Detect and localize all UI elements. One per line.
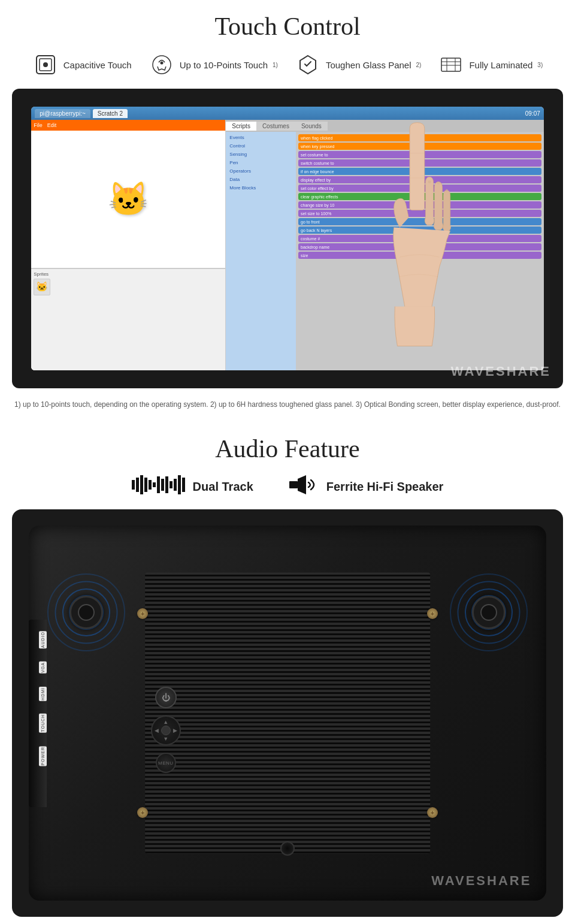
speaker-image: ⏻ ▲ ▼ ◀ ▶ MENU AUDIO VGA HDMI <box>12 509 563 917</box>
scratch-screen: pi@raspberrypi:~ Scratch 2 09:07 File Ed… <box>31 107 544 370</box>
taskbar-right: 09:07 <box>525 110 540 117</box>
port-audio: AUDIO <box>39 631 47 648</box>
speaker-cone-left <box>69 596 103 629</box>
speaker-left <box>44 570 128 654</box>
svg-rect-19 <box>149 480 152 490</box>
svg-point-13 <box>437 182 440 185</box>
taskbar-time: 09:07 <box>525 110 540 117</box>
touch-footnote: 1) up to 10-points touch, depending on t… <box>12 395 563 422</box>
touch-image: pi@raspberrypi:~ Scratch 2 09:07 File Ed… <box>12 89 563 388</box>
scratch-menubar: File Edit <box>31 120 225 131</box>
svg-rect-26 <box>178 475 181 494</box>
speaker-cone-right <box>472 596 506 629</box>
audio-watermark: WAVESHARE <box>431 873 531 889</box>
touch-control-section: Touch Control Capacitive Touch <box>0 0 575 428</box>
capacitive-icon <box>32 52 59 78</box>
port-power: POWER <box>39 746 47 766</box>
bolt-top-right <box>427 608 438 619</box>
laminated-superscript: 3) <box>537 62 543 68</box>
svg-rect-17 <box>140 475 143 494</box>
taskbar-tab-2: Scratch 2 <box>93 109 128 118</box>
power-button[interactable]: ⏻ <box>155 687 177 708</box>
hifi-speaker-label: Ferrite Hi-Fi Speaker <box>326 480 444 494</box>
svg-point-4 <box>160 62 163 65</box>
svg-point-14 <box>446 189 448 192</box>
scratch-left: File Edit 🐱 Sprites 🐱 <box>31 120 226 370</box>
dual-track-label: Dual Track <box>193 480 253 494</box>
svg-rect-18 <box>144 478 147 492</box>
feature-glass: Toughen Glass Panel 2) <box>295 52 422 78</box>
port-vga: VGA <box>39 662 47 674</box>
dpad[interactable]: ▲ ▼ ◀ ▶ <box>151 715 181 745</box>
feature-multitouch: Up to 10-Points Touch 1) <box>149 52 278 78</box>
feature-capacitive: Capacitive Touch <box>32 52 132 78</box>
dual-track-icon <box>132 474 186 500</box>
audio-section: Audio Feature <box>0 428 575 923</box>
svg-point-3 <box>153 56 171 74</box>
glass-superscript: 2) <box>416 62 422 68</box>
audio-features-row: Dual Track Ferrite Hi-Fi Speaker <box>12 474 563 500</box>
scratch-taskbar: pi@raspberrypi:~ Scratch 2 09:07 <box>31 107 544 120</box>
touch-title: Touch Control <box>12 12 563 41</box>
feature-dual-track: Dual Track <box>132 474 253 500</box>
multitouch-icon <box>149 52 175 78</box>
feature-laminated: Fully Laminated 3) <box>438 52 543 78</box>
scratch-sprites: Sprites 🐱 <box>31 268 225 370</box>
touch-features-row: Capacitive Touch Up to 10-Points Touch 1… <box>12 52 563 78</box>
power-icon: ⏻ <box>162 693 170 702</box>
audio-title: Audio Feature <box>12 434 563 463</box>
svg-rect-16 <box>136 478 139 492</box>
svg-point-2 <box>43 62 48 67</box>
screw-hole-bottom <box>280 841 295 856</box>
menu-button[interactable]: MENU <box>156 753 176 773</box>
taskbar-tab-1: pi@raspberrypi:~ <box>35 109 90 118</box>
multitouch-label: Up to 10-Points Touch <box>180 60 268 70</box>
laminated-icon <box>438 52 464 78</box>
hand-overlay <box>274 119 544 356</box>
svg-rect-25 <box>174 479 177 491</box>
touch-watermark: WAVESHARE <box>451 364 551 379</box>
svg-rect-15 <box>132 480 135 490</box>
svg-rect-28 <box>289 481 298 488</box>
svg-rect-20 <box>153 482 156 487</box>
multitouch-superscript: 1) <box>273 62 278 68</box>
speaker-right <box>447 570 531 654</box>
bolt-bottom-right <box>427 807 438 818</box>
speaker-icon <box>289 474 319 500</box>
svg-rect-5 <box>441 58 461 71</box>
menu-file: File <box>34 122 43 128</box>
speaker-body: ⏻ ▲ ▼ ◀ ▶ MENU AUDIO VGA HDMI <box>29 526 547 901</box>
tab-scripts: Scripts <box>226 122 256 131</box>
side-ports: AUDIO VGA HDMI TOUCH POWER <box>39 631 47 766</box>
glass-label: Toughen Glass Panel <box>326 60 411 70</box>
glass-icon <box>295 52 321 78</box>
monitor-frame: pi@raspberrypi:~ Scratch 2 09:07 File Ed… <box>31 107 544 370</box>
svg-point-12 <box>428 180 431 183</box>
port-touch: TOUCH <box>39 714 47 733</box>
svg-rect-27 <box>182 478 185 492</box>
svg-rect-22 <box>161 479 164 491</box>
feature-hifi-speaker: Ferrite Hi-Fi Speaker <box>289 474 444 500</box>
svg-rect-21 <box>157 476 160 493</box>
menu-edit: Edit <box>47 122 57 128</box>
port-hdmi: HDMI <box>39 687 47 701</box>
scratch-stage: 🐱 <box>31 131 225 268</box>
svg-rect-23 <box>165 476 168 493</box>
laminated-label: Fully Laminated <box>469 60 532 70</box>
capacitive-label: Capacitive Touch <box>63 60 132 70</box>
svg-rect-24 <box>170 481 172 488</box>
control-buttons: ⏻ ▲ ▼ ◀ ▶ MENU <box>143 687 189 773</box>
scratch-cat: 🐱 <box>108 180 149 219</box>
